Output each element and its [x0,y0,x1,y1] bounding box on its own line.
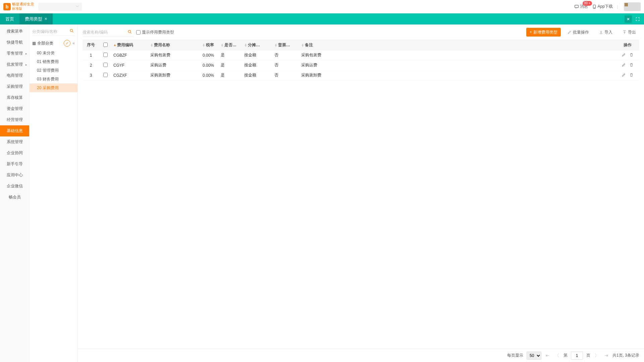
col-split[interactable]: ▲▼分摊… [242,40,272,50]
expense-type-table: 序号 ▲费用编码 ▲▼费用名称 ▲▼税率 ▲▼是否… ▲▼分摊… ▲▼普票… ▲… [83,40,639,80]
sidebar-item[interactable]: 企业微信 [0,181,29,192]
import-icon [599,30,603,34]
tree-title[interactable]: ▦ 全部分类 [32,41,62,46]
sidebar-item[interactable]: 库存核算 [0,92,29,103]
logo: b 畅捷通好生意 标准版 [3,2,34,11]
brand-name: 畅捷通好生意 [12,2,34,6]
download-label: App下载 [598,4,613,9]
add-button[interactable]: + 新增费用类型 [526,28,561,37]
edit-icon[interactable] [622,53,626,57]
table-row: 1CGBZF采购包装费0.00%是按金额否采购包装费 [83,50,639,60]
download-icon [592,4,597,9]
sidebar-item[interactable]: 基础信息 [0,125,29,136]
tab-home[interactable]: 首页 [0,13,19,24]
sidebar-item[interactable]: 批发管理▸ [0,59,29,70]
collapse-tree-icon[interactable]: « [72,41,75,46]
page-input[interactable] [571,352,583,360]
pager: 每页显示 50 ⇤ 〈 第 页 〉 ⇥ 共1页, 3条记录 [78,349,644,362]
table-row: 2CGYF采购运费0.00%是按金额否采购运费 [83,60,639,70]
tree-item[interactable]: 03 财务费用 [30,75,77,83]
fullscreen-button[interactable] [634,15,641,23]
svg-point-3 [70,29,72,32]
sidebar-item[interactable]: 快捷导航 [0,37,29,48]
edit-icon[interactable] [622,63,626,67]
svg-point-4 [128,30,130,33]
sidebar-item[interactable]: 经营管理 [0,114,29,125]
brand-edition: 标准版 [12,6,34,11]
sidebar-item[interactable]: 新手引导 [0,159,29,170]
prev-page-button[interactable]: 〈 [554,353,560,359]
tab-expense-type[interactable]: 费用类型 ✕ [19,13,53,24]
main-content: 显示停用费用类型 + 新增费用类型 批量操作 导入 [78,24,644,362]
sidebar-item[interactable]: 资金管理 [0,103,29,114]
caret-icon: ▸ [25,63,27,66]
export-button[interactable]: 导出 [619,28,639,37]
sidebar-item[interactable]: 畅会员 [0,192,29,203]
table-row: 3CGZXF采购装卸费0.00%是按金额否采购装卸费 [83,70,639,80]
row-checkbox[interactable] [103,63,108,67]
chat-icon [574,4,579,9]
next-page-button[interactable]: 〉 [594,353,600,359]
tree-item[interactable]: 20 采购费用 [30,83,77,92]
show-disabled-checkbox[interactable]: 显示停用费用类型 [136,29,174,35]
delete-icon[interactable] [629,53,634,57]
col-op: 操作 [616,40,639,50]
per-page-select[interactable]: 50 [527,352,541,360]
messages-badge: 99 + [583,1,592,6]
export-icon [623,30,627,34]
plus-icon: + [530,30,532,35]
tree-search-input[interactable] [32,27,75,36]
edit-icon[interactable] [622,73,626,77]
search-icon[interactable] [127,29,132,34]
search-icon[interactable] [69,28,74,33]
topbar: b 畅捷通好生意 标准版 ﹀ 消息 99 + App下载 | [0,0,644,13]
sidebar-item[interactable]: 应用中心 [0,170,29,181]
sidebar-item[interactable]: 企业协同 [0,147,29,159]
import-button[interactable]: 导入 [596,28,616,37]
caret-icon: ▸ [25,52,27,55]
edit-categories-button[interactable] [64,40,70,47]
pager-summary: 共1页, 3条记录 [612,353,639,358]
col-seq[interactable]: 序号 [83,40,99,50]
edit-icon [568,30,572,34]
messages-button[interactable]: 消息 99 + [574,4,588,9]
grid-icon: ▦ [32,41,36,46]
last-page-button[interactable]: ⇥ [603,353,609,358]
col-code[interactable]: ▲费用编码 [111,40,148,50]
per-page-label: 每页显示 [507,353,523,358]
logo-icon: b [3,3,11,10]
col-bool[interactable]: ▲▼是否… [219,40,242,50]
sidebar-item[interactable]: 系统管理 [0,136,29,147]
search-input[interactable] [83,28,133,37]
svg-rect-0 [575,5,578,8]
batch-button[interactable]: 批量操作 [564,28,592,37]
tree-item[interactable]: 01 销售费用 [30,57,77,66]
chevron-down-icon: ﹀ [76,4,79,9]
row-checkbox[interactable] [103,73,108,77]
close-icon[interactable]: ✕ [44,17,47,21]
org-selector[interactable]: ﹀ [38,3,82,11]
svg-point-2 [594,7,594,8]
tree-item[interactable]: 00 未分类 [30,49,77,57]
delete-icon[interactable] [629,63,634,67]
col-tax[interactable]: ▲▼普票… [272,40,299,50]
sidebar: 搜索菜单快捷导航零售管理▸批发管理▸电商管理采购管理库存核算资金管理经营管理基础… [0,24,30,362]
col-rate[interactable]: ▲▼税率 [195,40,219,50]
delete-icon[interactable] [629,73,634,77]
row-checkbox[interactable] [103,53,108,57]
first-page-button[interactable]: ⇤ [545,353,550,358]
tree-item[interactable]: 02 管理费用 [30,66,77,75]
tabbar: 首页 费用类型 ✕ [0,13,644,24]
sidebar-item[interactable]: 电商管理 [0,70,29,81]
sidebar-item[interactable]: 搜索菜单 [0,26,29,37]
col-select-all[interactable] [99,40,111,50]
toolbar: 显示停用费用类型 + 新增费用类型 批量操作 导入 [78,24,644,40]
col-remark[interactable]: ▲▼备注 [299,40,616,50]
app-download-button[interactable]: App下载 [592,4,613,9]
sidebar-item[interactable]: 采购管理 [0,81,29,92]
avatar[interactable] [624,2,641,11]
col-name[interactable]: ▲▼费用名称 [148,40,195,50]
tab-close-all-button[interactable] [625,15,632,23]
sidebar-item[interactable]: 零售管理▸ [0,48,29,59]
category-tree-panel: ▦ 全部分类 « 00 未分类01 销售费用02 管理费用03 财务费用20 采… [30,24,78,362]
